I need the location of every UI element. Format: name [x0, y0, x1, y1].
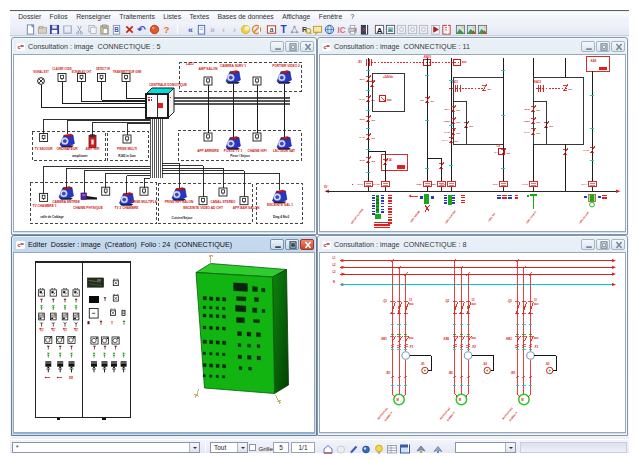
window-maximize-button[interactable] — [596, 41, 610, 52]
window-content-w1[interactable]: SIGNAL EXTCLAVIER CODEECRAN AD CHTDETECT… — [13, 54, 315, 232]
compA-part — [42, 288, 44, 289]
bottombar-target-dot-button[interactable] — [360, 441, 372, 453]
shape — [388, 211, 393, 213]
zoom-combo-dropdown-arrow[interactable] — [505, 443, 515, 452]
menu-bases-de-donn-es[interactable]: Bases de données — [213, 12, 278, 22]
bottombar-pencil-button[interactable] — [348, 441, 360, 453]
shape — [388, 208, 393, 210]
toolbar-help-button[interactable]: ? — [160, 23, 172, 35]
toolbar-frame-dim-1-button[interactable] — [395, 23, 407, 35]
menu-affichage[interactable]: Affichage — [278, 12, 315, 22]
blacksq-part — [91, 361, 97, 366]
toolbar-no-draw-button[interactable] — [250, 23, 262, 35]
menu-textes[interactable]: Textes — [185, 12, 213, 22]
window-content-w3[interactable] — [13, 252, 315, 433]
toolbar-print-folio-button[interactable] — [347, 23, 359, 35]
toolbar-paste-button[interactable] — [98, 23, 110, 35]
bottombar-fly-tool-1-button[interactable] — [415, 441, 427, 453]
menu-listes[interactable]: Listes — [159, 12, 185, 22]
scope-combo[interactable]: Tout — [210, 442, 248, 453]
toolbar-open-folder-button[interactable] — [36, 23, 48, 35]
toolbar-stop-button[interactable] — [148, 23, 160, 35]
menu-renseigner[interactable]: Renseigner — [72, 12, 115, 22]
cabinet-3d-components-part — [223, 353, 226, 356]
toolbar-copy-button[interactable] — [86, 23, 98, 35]
toolbar-net-triangle-button[interactable] — [289, 23, 301, 35]
filter-combo-dropdown-arrow[interactable] — [189, 443, 199, 452]
window-titlebar[interactable]: c**Editer Dossier : image (Création) Fol… — [13, 237, 315, 252]
bottombar-circle-dim-button[interactable] — [335, 441, 347, 453]
window-titlebar[interactable]: c**Consultation : image CONNECTIQUE : 8 — [319, 237, 626, 252]
toolbar-frame-a-button[interactable]: A — [373, 23, 385, 35]
menu-traitements[interactable]: Traitements — [115, 12, 159, 22]
toolbar-image-view-3-button[interactable] — [477, 23, 489, 35]
bottombar-lamp-bulb-button[interactable] — [373, 441, 385, 453]
table-list-icon-part — [388, 446, 397, 454]
window-close-button[interactable] — [300, 41, 314, 52]
toolbar-undo-button[interactable]: ↶ — [136, 23, 148, 35]
frame-dim-3-icon-part — [420, 25, 428, 33]
window-close-button[interactable] — [611, 239, 625, 250]
toolbar-comment-button[interactable] — [312, 23, 324, 35]
toolbar-save-button[interactable] — [49, 23, 61, 35]
shape — [170, 97, 172, 99]
zoom-combo[interactable] — [455, 442, 516, 453]
new-document-icon — [25, 24, 36, 35]
schematic-label: aux — [371, 160, 376, 162]
toolbar-frame-dim-2-button[interactable] — [407, 23, 419, 35]
toolbar-image-view-1-button[interactable] — [454, 23, 466, 35]
toolbar-text-edit-button[interactable]: a — [266, 23, 278, 35]
menu-dossier[interactable]: Dossier — [14, 12, 45, 22]
bottombar-fly-tool-2-button[interactable] — [432, 441, 444, 453]
cabinet-3d-components-part — [234, 283, 248, 292]
window-titlebar[interactable]: c**Consultation : image CONNECTIQUE : 11 — [319, 39, 626, 54]
toolbar-text-insert-button[interactable]: T — [277, 23, 289, 35]
toolbar-frame-picture-button[interactable] — [384, 23, 396, 35]
window-maximize-button[interactable] — [285, 41, 299, 52]
toolbar-new-document-button[interactable] — [24, 23, 36, 35]
blacksq-part — [121, 361, 127, 366]
toolbar-cut-button[interactable] — [74, 23, 86, 35]
bottombar-home-sheet-button[interactable] — [322, 441, 334, 453]
menu-fen-tre[interactable]: Fenêtre — [315, 12, 347, 22]
camera-device — [277, 71, 291, 84]
filter-combo[interactable]: * — [12, 442, 200, 453]
toolbar-red-book-button[interactable] — [429, 23, 441, 35]
menu-folios[interactable]: Folios — [45, 12, 72, 22]
toolbar-select-rect-button[interactable] — [61, 23, 73, 35]
cabinet-3d-components-part — [223, 327, 226, 330]
shape — [453, 77, 503, 144]
frame-dim-1-icon — [396, 24, 407, 35]
bottombar-table-list-button[interactable] — [386, 441, 398, 453]
lamp-device — [38, 78, 45, 85]
toolbar-connector-ic-button[interactable]: IC — [335, 23, 347, 35]
window-minimize-button[interactable] — [581, 41, 595, 52]
toolbar-image-view-2-button[interactable] — [465, 23, 477, 35]
window-content-w2[interactable]: -QF1aux-KA1aux-QF2aux-KA3aux-QF3aux-S1-K… — [319, 54, 626, 232]
scope-combo-dropdown-arrow[interactable] — [237, 443, 247, 452]
window-minimize-button[interactable] — [270, 41, 284, 52]
toolbar-find-replace-button[interactable]: R — [300, 23, 312, 35]
window-maximize-button[interactable] — [285, 239, 299, 250]
image-view-2-icon — [466, 24, 477, 35]
window-minimize-button[interactable] — [581, 239, 595, 250]
menu-?[interactable]: ? — [346, 12, 358, 22]
red-book-icon — [430, 24, 441, 35]
schematic-label: -KA1 — [359, 98, 365, 101]
grid-checkbox[interactable] — [249, 444, 256, 451]
shape — [527, 195, 529, 197]
toolbar-paste-page-button[interactable]: B — [111, 23, 123, 35]
window-close-button[interactable] — [611, 41, 625, 52]
image-view-2-icon-part — [472, 26, 474, 28]
grid-step-field[interactable]: 5 — [273, 442, 289, 453]
schematic-label: aux — [409, 303, 414, 306]
window-titlebar[interactable]: c**Consultation : image CONNECTIQUE : 5 — [13, 39, 315, 54]
toolbar-globe-button[interactable] — [324, 23, 336, 35]
window-content-w4[interactable]: L1L2L3N-Q113aux-KM1aux-F1-S1-W1MMOTEUR M… — [319, 252, 626, 433]
toolbar-frame-dim-3-button[interactable] — [418, 23, 430, 35]
toolbar-delete-button[interactable] — [123, 23, 135, 35]
window-maximize-button[interactable] — [596, 239, 610, 250]
toolbar-dark-page-button[interactable] — [358, 23, 370, 35]
window-close-button[interactable] — [300, 239, 314, 250]
window-minimize-button[interactable] — [270, 239, 284, 250]
